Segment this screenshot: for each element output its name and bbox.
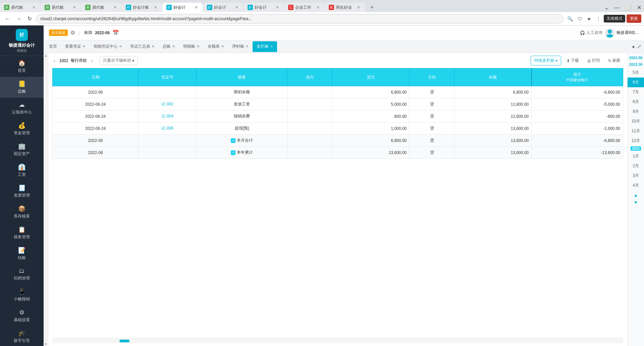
cell-voucher-link[interactable]: 记-006 bbox=[139, 122, 197, 135]
cal-month-8[interactable]: 8月 bbox=[628, 97, 644, 107]
bottom-scrollbar[interactable] bbox=[52, 338, 623, 343]
cal-month-3[interactable]: 3月 bbox=[628, 171, 644, 181]
star-button[interactable]: ★ bbox=[585, 15, 593, 22]
sidebar-item-expense[interactable]: 📱 小畅报销 bbox=[0, 285, 44, 305]
browser-tab-6[interactable]: 好 好会计 ✕ bbox=[203, 3, 243, 12]
forward-button[interactable]: → bbox=[14, 14, 23, 23]
tab-chronological-close[interactable]: ✕ bbox=[246, 44, 249, 49]
tab-close-8[interactable]: ✕ bbox=[316, 4, 320, 10]
tab-close-7[interactable]: ✕ bbox=[275, 4, 280, 10]
tab-multi-column[interactable]: 多栏账 ✕ bbox=[253, 41, 277, 52]
browser-tab-1[interactable]: 易 易代账 ✕ bbox=[0, 3, 40, 12]
browser-tab-4[interactable]: 好 好会计账 ✕ bbox=[122, 3, 162, 12]
refresh-button[interactable]: ↻ 刷新 bbox=[605, 56, 623, 65]
next-account-button[interactable]: › bbox=[90, 57, 94, 64]
tab-close-5[interactable]: ✕ bbox=[194, 4, 199, 10]
sidebar-item-closing[interactable]: 📝 结账 bbox=[0, 243, 44, 264]
new-tab-button[interactable]: + bbox=[367, 3, 377, 12]
browser-tab-9[interactable]: 友 用友好业 ✕ bbox=[325, 3, 365, 12]
download-button[interactable]: ⬇ 下载 bbox=[564, 56, 582, 65]
cal-month-12[interactable]: 12月 bbox=[628, 136, 644, 146]
cell-direction: 贷 bbox=[410, 86, 454, 98]
minimize-button[interactable]: — bbox=[611, 3, 622, 12]
cal-month-1[interactable]: 1月 bbox=[628, 151, 644, 161]
tab-general-ledger-close[interactable]: ✕ bbox=[172, 44, 175, 49]
close-window-button[interactable]: ✕ bbox=[634, 3, 644, 12]
cal-month-2[interactable]: 2月 bbox=[628, 161, 644, 171]
filter-button[interactable]: 只显示下级科目 ▾ bbox=[99, 56, 138, 65]
cal-month-10[interactable]: 10月 bbox=[628, 116, 644, 126]
funds-icon: 💰 bbox=[18, 122, 25, 129]
browser-tab-5[interactable]: 好 好会计 ✕ bbox=[162, 3, 203, 12]
cal-month-5[interactable]: 5月 bbox=[628, 68, 644, 78]
prev-account-button[interactable]: ‹ bbox=[52, 57, 57, 64]
tab-balance-close[interactable]: ✕ bbox=[221, 44, 224, 49]
back-button[interactable]: ← bbox=[3, 14, 12, 23]
tab-home[interactable]: 首页 bbox=[45, 41, 61, 52]
browser-tab-2[interactable]: 易 易代账 ✕ bbox=[41, 3, 81, 12]
search-button[interactable]: 🔍 bbox=[566, 15, 575, 22]
tab-voucher-summary-close[interactable]: ✕ bbox=[152, 44, 155, 49]
sidebar-item-cloud[interactable]: ☁ 云报表中心 bbox=[0, 98, 44, 118]
tab-list-button[interactable]: ⌄ bbox=[602, 3, 611, 12]
browser-tab-3[interactable]: 易 易代账 ✕ bbox=[81, 3, 121, 12]
tab-close-2[interactable]: ✕ bbox=[72, 4, 77, 10]
browser-tab-8[interactable]: C 企业工作 ✕ bbox=[284, 3, 324, 12]
tab-detail-ledger[interactable]: 明细账 ✕ bbox=[179, 41, 204, 52]
scroll-down-button[interactable]: ▼ bbox=[44, 342, 48, 346]
tab-smart-voucher[interactable]: 智能凭证中心 ✕ bbox=[90, 41, 126, 52]
tab-close-3[interactable]: ✕ bbox=[113, 4, 117, 10]
sidebar-item-assets[interactable]: 🏢 固定资产 bbox=[0, 139, 44, 160]
tab-voucher-view-close[interactable]: ✕ bbox=[83, 44, 86, 49]
tab-expand-button[interactable]: ⤢ bbox=[636, 42, 643, 51]
cal-month-9[interactable]: 9月 bbox=[628, 107, 644, 116]
tab-close-9[interactable]: ✕ bbox=[356, 4, 361, 10]
reload-button[interactable]: ↻ bbox=[25, 14, 34, 23]
cal-month-4[interactable]: 4月 bbox=[628, 181, 644, 190]
tab-voucher-view[interactable]: 查看凭证 ✕ bbox=[61, 41, 90, 52]
cell-voucher-link[interactable]: 记-002 bbox=[139, 98, 197, 110]
consult-button[interactable]: 🎧 人工咨询 bbox=[580, 30, 602, 36]
shield-icon[interactable]: 🛡 bbox=[576, 15, 584, 22]
browser-tab-7[interactable]: 好 好会计 ✕ bbox=[244, 3, 284, 12]
sidebar-item-home[interactable]: 🏠 首页 bbox=[0, 56, 44, 77]
cal-month-7[interactable]: 7月 bbox=[628, 87, 644, 97]
tab-balance[interactable]: 余额表 ✕ bbox=[204, 41, 228, 52]
cal-scroll-down-button[interactable]: ▼ bbox=[633, 199, 639, 206]
sidebar-item-ledger[interactable]: 📒 总账 bbox=[0, 77, 44, 98]
tab-smart-voucher-close[interactable]: ✕ bbox=[119, 44, 122, 49]
tab-close-4[interactable]: ✕ bbox=[153, 4, 158, 10]
sidebar-item-tax[interactable]: 📋 税务管理 bbox=[0, 223, 44, 243]
tab-close-6[interactable]: ✕ bbox=[234, 4, 239, 10]
browser-settings-button[interactable]: ⋮ bbox=[594, 15, 602, 22]
special-multi-button[interactable]: 特殊多栏账 ▾ bbox=[531, 56, 561, 65]
sidebar-item-inventory[interactable]: 📦 库存核算 bbox=[0, 202, 44, 223]
sidebar-item-guide[interactable]: 🎓 新手引导 bbox=[0, 326, 44, 346]
sidebar-item-funds[interactable]: 💰 资金管理 bbox=[0, 118, 44, 139]
update-button[interactable]: 更新 bbox=[627, 14, 641, 23]
tab-close-1[interactable]: ✕ bbox=[32, 4, 36, 10]
tab-chronological[interactable]: 序时账 ✕ bbox=[228, 41, 253, 52]
dropdown-icon: ▾ bbox=[555, 58, 557, 63]
sidebar-item-archive[interactable]: 🗂 归档管理 bbox=[0, 264, 44, 285]
cell-voucher-link[interactable]: 记-004 bbox=[139, 110, 197, 122]
cal-month-11[interactable]: 11月 bbox=[628, 126, 644, 136]
left-scrollbar[interactable]: ▲ ▼ bbox=[44, 53, 48, 346]
sidebar-item-invoice[interactable]: 🧾 发票管理 bbox=[0, 181, 44, 202]
sidebar-item-settings[interactable]: ⚙ 基础设置 bbox=[0, 305, 44, 326]
print-button[interactable]: 🖨 打印 bbox=[584, 56, 603, 65]
tab-balance-label: 余额表 bbox=[208, 44, 220, 49]
calendar-icon[interactable]: 📅 bbox=[112, 30, 119, 36]
tab-collapse-button[interactable]: ◂ bbox=[630, 42, 636, 51]
tab-multi-column-close[interactable]: ✕ bbox=[270, 44, 273, 49]
tab-voucher-summary[interactable]: 凭证汇总表 ✕ bbox=[126, 41, 159, 52]
cal-month-6[interactable]: 6月 bbox=[628, 78, 644, 87]
scroll-up-button[interactable]: ▲ bbox=[44, 54, 48, 57]
url-input[interactable] bbox=[36, 14, 564, 23]
cal-scroll-up-button[interactable]: ▲ bbox=[633, 192, 639, 198]
tab-detail-ledger-close[interactable]: ✕ bbox=[197, 44, 200, 49]
restore-button[interactable]: ⬜ bbox=[622, 3, 634, 12]
tab-general-ledger[interactable]: 总账 ✕ bbox=[159, 41, 179, 52]
gear-icon[interactable]: ⚙ bbox=[70, 30, 75, 36]
sidebar-item-salary[interactable]: 👔 工资 bbox=[0, 160, 44, 181]
